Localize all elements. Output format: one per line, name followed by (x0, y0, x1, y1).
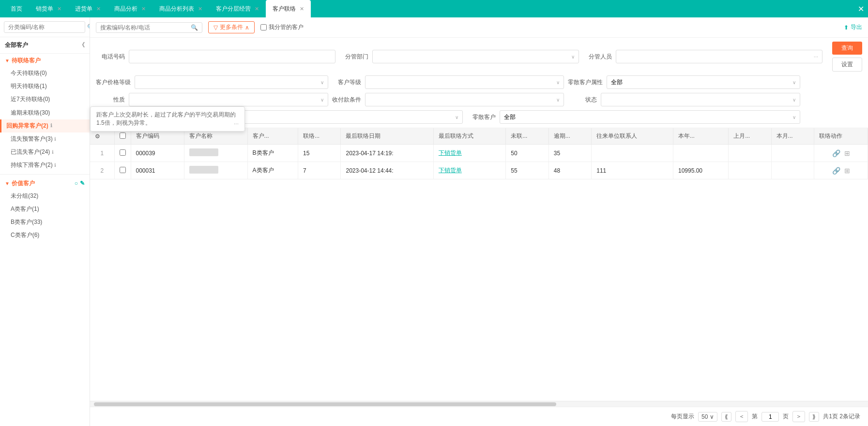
per-page-select[interactable]: 50 ∨ (698, 412, 717, 422)
person-select[interactable]: ··· (616, 50, 822, 63)
status-select[interactable]: ∨ (601, 93, 800, 106)
dept-select[interactable]: ∨ (372, 50, 579, 63)
edit-icon[interactable]: ○ (75, 180, 78, 187)
my-customers-checkbox[interactable]: 我分管的客户 (260, 23, 304, 31)
table-row: 1 000039 B类客户 15 2023-04-17 14:19: 下销货单 … (90, 145, 868, 162)
top-nav: 首页 销货单 ✕ 进货单 ✕ 商品分析 ✕ 商品分析列表 ✕ 客户分层经营 ✕ … (0, 0, 868, 17)
sidebar-item-overdue-contact[interactable]: 逾期未联络(30) (0, 106, 90, 119)
filter-customer-level: 客户等级 ∨ (332, 75, 564, 89)
horizontal-scrollbar[interactable] (90, 401, 868, 407)
retail-customer-select[interactable]: 全部 ∨ (500, 110, 801, 124)
table-row: 2 000031 A类客户 7 2023-04-12 14:44: 下销货单 5… (90, 162, 868, 179)
sidebar-item-c-class[interactable]: C类客户(6) (0, 229, 90, 242)
col-contact-count: 联络... (298, 128, 341, 145)
price-level-select[interactable]: ∨ (135, 75, 328, 89)
scrollbar-thumb[interactable] (94, 402, 556, 406)
prev-page-button[interactable]: ＜ (735, 411, 748, 422)
sidebar-item-7day-contact[interactable]: 近7天待联络(0) (0, 93, 90, 106)
phone-input[interactable] (129, 50, 335, 63)
next-page-button[interactable]: ＞ (792, 411, 805, 422)
tab-customer-contact[interactable]: 客户联络 ✕ (266, 0, 311, 17)
info-icon-churn: ℹ (54, 136, 56, 142)
contact-person-cell (592, 145, 673, 162)
gender-select[interactable]: ∨ (129, 93, 328, 106)
sidebar-item-churned[interactable]: 已流失客户(24) ℹ (0, 146, 90, 159)
more-filter-button[interactable]: ▽ 更多条件 ∧ (208, 21, 255, 33)
tab-product-analysis[interactable]: 商品分析 ✕ (107, 0, 152, 17)
filter-person: 分管人员 ··· (583, 50, 822, 63)
arrow-down-icon: ▼ (5, 58, 10, 63)
sidebar-item-tomorrow-contact[interactable]: 明天待联络(1) (0, 80, 90, 93)
search-bar: 🔍 ▽ 更多条件 ∧ 我分管的客户 ⬆ 导出 (90, 17, 868, 38)
payment-select[interactable]: ∨ (365, 93, 564, 106)
sidebar-group-repurchase-abnormal[interactable]: 回购异常客户(2) ℹ (0, 119, 90, 132)
contact-count-cell: 15 (298, 145, 341, 162)
close-icon[interactable]: ✕ (255, 6, 259, 12)
customer-level-select[interactable]: ∨ (365, 75, 564, 89)
action-grid-icon[interactable]: ⊞ (844, 167, 850, 175)
tab-purchase-order[interactable]: 进货单 ✕ (68, 0, 107, 17)
page-number-input[interactable] (761, 412, 779, 422)
sidebar-search-input[interactable] (4, 21, 85, 33)
close-icon[interactable]: ✕ (198, 6, 202, 12)
row-checkbox-cell[interactable] (114, 145, 131, 162)
action-cell: 🔗 ⊞ (814, 162, 868, 179)
customer-name-cell (184, 145, 247, 162)
tab-customer-tiering[interactable]: 客户分层经营 ✕ (209, 0, 266, 17)
all-customers-title: 全部客户 《 (0, 37, 90, 54)
my-customers-check[interactable] (260, 24, 267, 30)
row-number: 2 (90, 162, 114, 179)
last-contact-method-cell[interactable]: 下销货单 (433, 145, 505, 162)
this-month-cell (771, 145, 814, 162)
filter-retail-attr: 零散客户属性 全部 ∨ (568, 75, 800, 89)
overdue-cell: 48 (548, 162, 591, 179)
action-link-icon[interactable]: 🔗 (832, 149, 840, 157)
row-checkbox[interactable] (120, 149, 126, 156)
first-page-button[interactable]: ⟪ (721, 412, 731, 422)
retail-attr-select[interactable]: 全部 ∨ (607, 75, 800, 89)
main-content: 🔍 ▽ 更多条件 ∧ 我分管的客户 ⬆ 导出 电话号码 (90, 17, 868, 426)
more-icon: ··· (814, 54, 818, 59)
sidebar-group-value-customer[interactable]: ▼ 价值客户 ○ ✎ (0, 176, 90, 190)
last-page-button[interactable]: ⟫ (809, 412, 819, 422)
tab-product-analysis-list[interactable]: 商品分析列表 ✕ (152, 0, 209, 17)
close-icon[interactable]: ✕ (300, 6, 304, 12)
sidebar-item-today-contact[interactable]: 今天待联络(0) (0, 67, 90, 80)
search-input[interactable] (100, 24, 191, 31)
filter-price-level: 客户价格等级 ∨ (96, 75, 328, 89)
export-icon: ⬆ (844, 24, 849, 31)
col-last-month: 上月... (729, 128, 771, 145)
settings-button[interactable]: 设置 (832, 58, 862, 72)
tooltip-close-icon[interactable]: ... (234, 119, 239, 126)
search-icon[interactable]: 🔍 (191, 24, 198, 31)
window-close-icon[interactable]: ✕ (858, 4, 864, 14)
last-contact-method-cell[interactable]: 下销货单 (433, 162, 505, 179)
sidebar: 🔍 全部客户 《 ▼ 待联络客户 今天待联络(0) 明天待联络(1) 近7天待联… (0, 17, 90, 426)
filter-gender: 性质 ∨ (96, 93, 328, 106)
contact-count-cell: 7 (298, 162, 341, 179)
row-checkbox-cell[interactable] (114, 162, 131, 179)
row-checkbox[interactable] (120, 167, 126, 173)
close-icon[interactable]: ✕ (96, 6, 101, 12)
sidebar-item-ungrouped[interactable]: 未分组(32) (0, 190, 90, 203)
sidebar-item-churn-warning[interactable]: 流失预警客户(3) ℹ (0, 132, 90, 146)
sidebar-group-pending-contact[interactable]: ▼ 待联络客户 (0, 54, 90, 67)
select-all-checkbox[interactable] (120, 132, 126, 139)
sidebar-item-b-class[interactable]: B类客户(33) (0, 216, 90, 229)
sidebar-item-declining[interactable]: 持续下滑客户(2) ℹ (0, 159, 90, 172)
query-button[interactable]: 查询 (832, 42, 862, 55)
collapse-icon[interactable]: 《 (79, 41, 85, 49)
tooltip-repurchase-abnormal: 距客户上次交易时长，超过了此客户的平均交易周期的1.5倍，则视为异常。 ... (90, 106, 245, 132)
action-link-icon[interactable]: 🔗 (832, 167, 840, 175)
sidebar-item-a-class[interactable]: A类客户(1) (0, 203, 90, 216)
close-icon[interactable]: ✕ (57, 6, 61, 12)
col-last-contact-date: 最后联络日期 (341, 128, 433, 145)
customer-type-cell: B类客户 (247, 145, 298, 162)
action-grid-icon[interactable]: ⊞ (844, 149, 850, 157)
add-icon[interactable]: ✎ (80, 180, 85, 187)
export-button[interactable]: ⬆ 导出 (844, 23, 862, 31)
close-icon[interactable]: ✕ (141, 6, 146, 12)
gear-icon[interactable]: ⚙ (95, 133, 100, 140)
tab-home[interactable]: 首页 (4, 0, 29, 17)
tab-sales-order[interactable]: 销货单 ✕ (29, 0, 68, 17)
